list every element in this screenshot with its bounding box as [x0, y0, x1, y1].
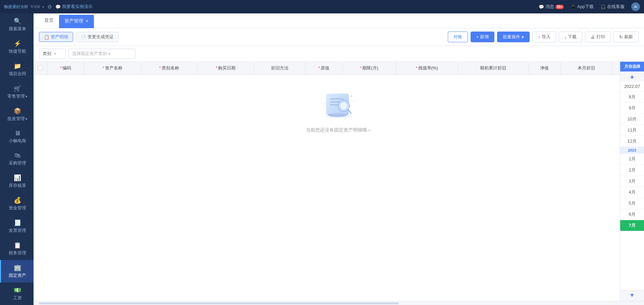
download-icon: ↓ [565, 35, 567, 40]
app-download-button[interactable]: 📱 App下载 [571, 4, 594, 10]
month-2023-tag: 2023 [620, 147, 644, 154]
horizontal-scrollbar[interactable] [34, 301, 644, 305]
headset-icon: 🎧 [600, 4, 606, 9]
sidebar: 🔍 搜索菜单 ⚡ 快捷导航 📁 项目合同 🛒 零售管理 ▾ 📦 批发管理 ▾ [0, 13, 34, 305]
empty-state: 当前您还没有固定资产明细哦～ [34, 75, 644, 147]
sidebar-label-search: 搜索菜单 [9, 26, 26, 32]
month-picker-year: 2022.07 [620, 82, 644, 92]
sub-tab-change-voucher-label: 变更生成凭证 [88, 34, 114, 40]
retail-icon: 🛒 [14, 85, 21, 92]
month-picker-panel: 月份选择 ▲ 2022.07 8月 9月 10月 11月 12月 2023 1月… [620, 62, 644, 301]
online-service-button[interactable]: 🎧 在线客服 [600, 4, 625, 10]
tab-home[interactable]: 首页 [39, 13, 59, 28]
sidebar-item-inventory[interactable]: 📊 库存核算 [0, 170, 34, 193]
month-item-2023-3[interactable]: 3月 [620, 176, 644, 187]
tab-asset-management[interactable]: 资产管理 ✕ [59, 15, 94, 28]
wholesale-icon: 📦 [14, 107, 21, 115]
messages-button[interactable]: 💬 消息 99+ [539, 4, 564, 10]
app-download-icon: 📱 [571, 4, 576, 9]
demo-icon: 💬 [55, 4, 61, 9]
messages-badge: 99+ [555, 5, 564, 9]
sidebar-item-ecommerce[interactable]: 🖥 小畅电商 [0, 126, 34, 148]
month-item-2023-7[interactable]: 7月 [620, 220, 644, 231]
sidebar-label-ecommerce: 小畅电商 [9, 138, 26, 144]
table-and-picker: *编码 *资产名称 *类别名称 *购买日期 折旧方法 *原值 *期限(月) *残… [34, 62, 644, 301]
import-button[interactable]: ↑ 导入 [532, 32, 556, 42]
sidebar-item-search[interactable]: 🔍 搜索菜单 [0, 13, 34, 36]
batch-operations-button[interactable]: 批量操作 ▾ [497, 32, 530, 42]
purchase-icon: 🛍 [14, 152, 20, 159]
month-item-2023-4[interactable]: 4月 [620, 187, 644, 198]
sidebar-label-project: 项目合同 [9, 71, 26, 77]
tax-icon: 📋 [14, 242, 21, 249]
col-asset-name: *资产名称 [84, 62, 141, 75]
svg-point-12 [324, 103, 325, 104]
month-item-2023-1[interactable]: 1月 [620, 154, 644, 165]
asset-table: *编码 *资产名称 *类别名称 *购买日期 折旧方法 *原值 *期限(月) *残… [34, 62, 644, 75]
sub-tab-asset-detail[interactable]: 📋 资产明细 [39, 32, 73, 42]
svg-rect-4 [330, 98, 344, 100]
finance-icon: 💰 [14, 197, 21, 204]
refresh-button[interactable]: ↻ 刷新 [613, 32, 639, 42]
download-button[interactable]: ↓ 下载 [559, 32, 583, 42]
sidebar-item-quicknav[interactable]: ⚡ 快捷导航 [0, 36, 34, 58]
category-placeholder: 选择固定资产类别 [72, 51, 107, 57]
empty-illustration [319, 88, 359, 122]
app-download-label: App下载 [577, 4, 594, 10]
main-layout: 🔍 搜索菜单 ⚡ 快捷导航 📁 项目合同 🛒 零售管理 ▾ 📦 批发管理 ▾ [0, 13, 644, 305]
reconcile-button[interactable]: 对账 [448, 32, 468, 42]
sidebar-item-tax[interactable]: 📋 税务管理 [0, 238, 34, 260]
header-checkbox[interactable] [38, 65, 43, 70]
col-purchase-date: *购买日期 [197, 62, 254, 75]
sidebar-label-tax: 税务管理 [9, 250, 26, 256]
col-category: *类别名称 [141, 62, 198, 75]
settings-icon[interactable]: ⚙ [47, 4, 52, 10]
add-button[interactable]: + 新增 [471, 32, 494, 42]
sidebar-item-purchase[interactable]: 🛍 采购管理 [0, 148, 34, 170]
category-select-input[interactable]: 选择固定资产类别 ▾ [68, 49, 136, 59]
col-code: *编码 [47, 62, 84, 75]
sidebar-item-wholesale[interactable]: 📦 批发管理 ▾ [0, 103, 34, 126]
month-item-9[interactable]: 9月 [620, 103, 644, 114]
sidebar-item-retail[interactable]: 🛒 零售管理 ▾ [0, 81, 34, 103]
month-item-2023-6[interactable]: 6月 [620, 209, 644, 220]
month-item-2023-2[interactable]: 2月 [620, 165, 644, 176]
payroll-icon: 💵 [14, 287, 21, 294]
scrollbar-thumb[interactable] [39, 302, 399, 304]
sidebar-item-fixed-assets[interactable]: 🏢 固定资产 [0, 260, 34, 283]
month-item-8[interactable]: 8月 [620, 92, 644, 103]
sidebar-label-wholesale: 批发管理 [7, 116, 25, 122]
page-content: 📋 资产明细 📄 变更生成凭证 对账 + 新增 批量操作 ▾ ↑ [34, 28, 644, 305]
asset-detail-icon: 📋 [44, 35, 49, 40]
col-initial-depreciation: 期初累计折旧 [458, 62, 529, 75]
month-nav-bottom-wrap: ▼ [620, 290, 644, 301]
col-depreciation-method: 折旧方法 [254, 62, 305, 75]
sub-tab-change-voucher[interactable]: 📄 变更生成凭证 [76, 32, 119, 42]
category-type-label: 类别 [43, 51, 51, 57]
month-item-10[interactable]: 10月 [620, 114, 644, 125]
month-item-12[interactable]: 12月 [620, 136, 644, 147]
tab-close-icon[interactable]: ✕ [85, 19, 89, 23]
sub-tab-asset-detail-label: 资产明细 [51, 34, 68, 40]
category-type-select[interactable]: 类别 ▾ [39, 49, 66, 59]
sidebar-item-project[interactable]: 📁 项目合同 [0, 58, 34, 81]
company-dropdown-arrow: ▾ [42, 5, 44, 9]
sidebar-item-payroll[interactable]: 💵 工资 [0, 283, 34, 305]
month-nav-up-button[interactable]: ▲ [628, 73, 637, 80]
col-period: *期限(月) [342, 62, 396, 75]
avatar[interactable]: Ai [631, 2, 640, 11]
sidebar-item-finance[interactable]: 💰 资金管理 [0, 193, 34, 215]
col-net-value: 净值 [529, 62, 560, 75]
demo-button[interactable]: 💬 我要看实例演示 [55, 4, 93, 10]
print-button[interactable]: 🖨 打印 [585, 32, 611, 42]
batch-dropdown-icon: ▾ [522, 35, 524, 40]
month-nav-down-button[interactable]: ▼ [628, 292, 637, 299]
month-item-2023-5[interactable]: 5月 [620, 198, 644, 209]
sidebar-label-inventory: 库存核算 [9, 183, 26, 189]
month-item-11[interactable]: 11月 [620, 125, 644, 136]
batch-label: 批量操作 [503, 34, 520, 40]
company-selector[interactable]: 畅捷通好业财 专业版 ▾ [4, 4, 44, 10]
sidebar-item-invoice[interactable]: 🧾 发票管理 [0, 215, 34, 238]
print-icon: 🖨 [591, 35, 595, 40]
search-icon: 🔍 [14, 17, 21, 25]
